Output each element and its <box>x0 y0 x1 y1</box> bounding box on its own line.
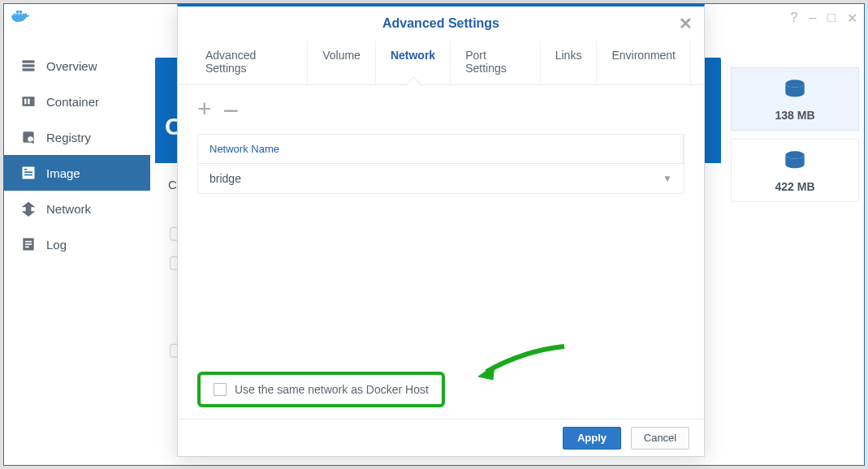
sidebar-item-label: Container <box>46 95 99 109</box>
table-row[interactable]: bridge ▼ <box>198 164 684 193</box>
host-network-option[interactable]: Use the same network as Docker Host <box>197 372 445 407</box>
minus-icon[interactable]: − <box>223 97 240 124</box>
tab-advanced-settings[interactable]: Advanced Settings <box>191 41 308 84</box>
cancel-button[interactable]: Cancel <box>631 427 689 450</box>
svg-rect-10 <box>24 99 27 105</box>
sidebar-item-network[interactable]: Network <box>4 191 150 226</box>
minimize-icon[interactable]: – <box>809 11 816 26</box>
sidebar-item-label: Network <box>46 202 91 216</box>
maximize-icon[interactable]: □ <box>827 11 836 26</box>
help-icon[interactable]: ? <box>791 11 798 26</box>
svg-rect-20 <box>25 241 32 243</box>
modal-title: Advanced Settings <box>382 16 499 31</box>
sidebar-item-label: Image <box>46 166 80 180</box>
sidebar-item-overview[interactable]: Overview <box>4 48 150 84</box>
svg-rect-6 <box>23 60 35 62</box>
svg-point-13 <box>28 136 33 142</box>
card-letter: C <box>168 178 177 191</box>
svg-rect-8 <box>23 68 35 71</box>
svg-rect-11 <box>28 99 30 105</box>
tab-network[interactable]: Network <box>376 41 451 84</box>
docker-icon <box>11 7 32 28</box>
app-window: ? – □ ✕ Overview Container Registry Imag… <box>3 3 865 466</box>
sidebar-item-container[interactable]: Container <box>4 84 150 119</box>
network-name-value: bridge <box>209 172 241 185</box>
svg-rect-21 <box>25 243 32 245</box>
apply-button[interactable]: Apply <box>563 427 621 450</box>
tab-environment[interactable]: Environment <box>597 41 691 84</box>
plus-icon[interactable]: + <box>197 97 212 124</box>
checkbox-label: Use the same network as Docker Host <box>235 383 429 396</box>
sidebar-item-registry[interactable]: Registry <box>4 119 150 155</box>
chevron-down-icon[interactable]: ▼ <box>663 173 672 184</box>
svg-rect-17 <box>24 171 32 173</box>
disk-icon <box>784 80 806 99</box>
sidebar-item-label: Overview <box>46 59 97 73</box>
close-icon[interactable]: ✕ <box>679 14 693 33</box>
checkbox[interactable] <box>214 383 227 396</box>
thumb-size: 138 MB <box>732 109 858 122</box>
modal-tabs: Advanced Settings Volume Network Port Se… <box>178 41 704 85</box>
network-table: Network Name bridge ▼ <box>197 134 684 194</box>
tab-links[interactable]: Links <box>541 41 598 84</box>
disk-icon <box>784 151 806 170</box>
table-toolbar: + − <box>178 85 704 129</box>
tab-volume[interactable]: Volume <box>308 41 376 84</box>
svg-rect-4 <box>19 11 22 13</box>
window-controls: ? – □ ✕ <box>791 11 857 26</box>
svg-rect-16 <box>24 169 27 170</box>
thumb-size: 422 MB <box>732 180 858 193</box>
sidebar-item-label: Log <box>46 238 67 252</box>
modal-title-bar: Advanced Settings ✕ <box>178 6 704 41</box>
image-thumb[interactable]: 138 MB <box>731 67 859 131</box>
right-panel: 138 MB 422 MB <box>731 67 859 210</box>
sidebar: Overview Container Registry Image Networ… <box>4 32 150 465</box>
table-header[interactable]: Network Name <box>198 135 684 164</box>
image-thumb[interactable]: 422 MB <box>731 139 859 202</box>
advanced-settings-modal: Advanced Settings ✕ Advanced Settings Vo… <box>177 4 705 457</box>
svg-rect-22 <box>25 247 29 248</box>
svg-rect-3 <box>16 11 19 13</box>
log-icon <box>20 236 37 252</box>
network-icon <box>20 200 37 217</box>
sidebar-item-log[interactable]: Log <box>4 226 150 262</box>
annotation-arrow <box>475 342 572 386</box>
svg-rect-18 <box>24 174 32 176</box>
overview-icon <box>20 58 37 74</box>
close-icon[interactable]: ✕ <box>847 11 857 26</box>
modal-footer: Apply Cancel <box>178 419 704 456</box>
sidebar-item-image[interactable]: Image <box>4 155 150 191</box>
tab-port-settings[interactable]: Port Settings <box>451 41 541 84</box>
sidebar-item-label: Registry <box>46 131 91 144</box>
image-icon <box>20 165 37 181</box>
registry-icon <box>20 129 37 145</box>
svg-rect-7 <box>23 64 35 67</box>
container-icon <box>20 93 37 110</box>
